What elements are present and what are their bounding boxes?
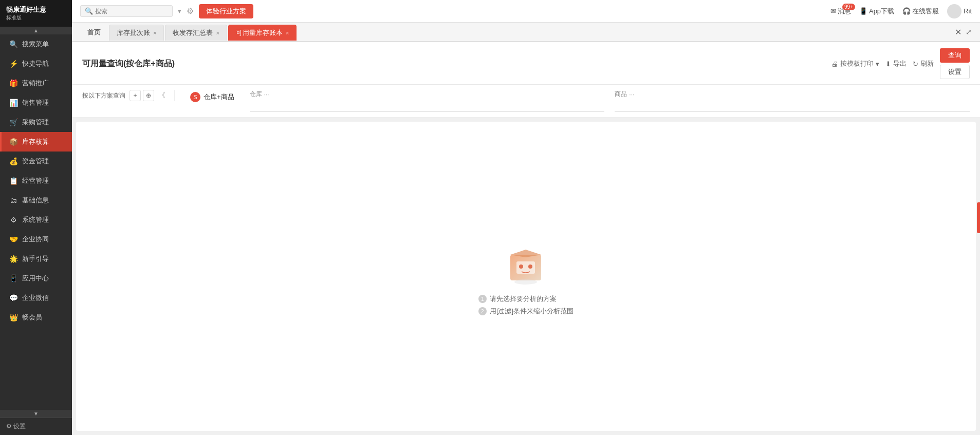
tip-num-1: 1 xyxy=(478,295,487,303)
warehouse-input[interactable] xyxy=(250,100,605,112)
sidebar-label-operations: 经营管理 xyxy=(22,176,49,185)
brand-version: 标准版 xyxy=(6,14,66,22)
tab-available-ledger[interactable]: 可用量库存账本× xyxy=(228,25,297,41)
sidebar-label-member: 畅会员 xyxy=(22,313,42,322)
main-content: 🔍 ▾ ⚙ 体验行业方案 ✉ 消息 99+ 📱 App下载 🎧 在线客服 Rit xyxy=(72,0,980,435)
sidebar-item-inventory[interactable]: 📦 库存核算 xyxy=(0,132,72,152)
svg-rect-2 xyxy=(516,261,535,274)
export-icon: ⬇ xyxy=(885,60,891,68)
search-icon: 🔍 xyxy=(85,7,93,15)
quick-nav-icon: ⚡ xyxy=(9,59,18,68)
sidebar-label-marketing: 营销推广 xyxy=(22,79,49,88)
filter-scheme-label: 按以下方案查询 xyxy=(82,91,125,100)
sidebar-item-basic[interactable]: 🗂 基础信息 xyxy=(0,191,72,210)
sidebar-scroll-up[interactable]: ▲ xyxy=(0,27,72,34)
tabbar-actions: ✕ ⤢ xyxy=(955,27,972,37)
export-button[interactable]: ⬇ 导出 xyxy=(885,59,907,68)
app-download-button[interactable]: 📱 App下载 xyxy=(859,7,894,16)
message-icon: ✉ xyxy=(830,7,836,15)
customer-service-button[interactable]: 🎧 在线客服 xyxy=(902,7,939,16)
scheme-label: 仓库+商品 xyxy=(204,92,234,102)
empty-illustration xyxy=(500,237,551,288)
content-area: 1 请先选择要分析的方案 2 用[过滤]条件来缩小分析范围 xyxy=(76,122,976,431)
sidebar-scroll-down[interactable]: ▼ xyxy=(0,410,72,418)
query-button[interactable]: 查询 xyxy=(940,48,970,63)
tab-close-available-ledger[interactable]: × xyxy=(286,30,289,36)
notification-button[interactable]: ✉ 消息 99+ xyxy=(830,7,851,16)
search-input[interactable] xyxy=(95,8,162,15)
operations-icon: 📋 xyxy=(9,176,18,185)
sidebar: 畅康通好生意 标准版 ▲ 🔍 搜索菜单 ⚡ 快捷导航 🎁 营销推广 📊 销售管理… xyxy=(0,0,72,435)
page-header: 可用量查询(按仓库+商品) 🖨 按模板打印 ▾ ⬇ 导出 ↻ 刷新 查询 设置 xyxy=(72,42,980,85)
tab-home[interactable]: 首页 xyxy=(80,25,108,40)
sidebar-item-appstore[interactable]: 📱 应用中心 xyxy=(0,269,72,288)
topbar: 🔍 ▾ ⚙ 体验行业方案 ✉ 消息 99+ 📱 App下载 🎧 在线客服 Rit xyxy=(72,0,980,23)
tip-text-1: 请先选择要分析的方案 xyxy=(490,294,557,304)
manage-scheme-button[interactable]: ⊕ xyxy=(143,90,154,101)
sidebar-item-finance[interactable]: 💰 资金管理 xyxy=(0,152,72,171)
close-tab-button[interactable]: ✕ xyxy=(955,27,961,37)
refresh-label: 刷新 xyxy=(920,59,934,68)
tip-num-2: 2 xyxy=(478,307,487,315)
sidebar-item-purchase[interactable]: 🛒 采购管理 xyxy=(0,112,72,132)
print-chevron-icon: ▾ xyxy=(876,60,879,68)
product-input[interactable] xyxy=(615,100,970,112)
app-download-label: App下载 xyxy=(869,7,894,16)
sidebar-item-operations[interactable]: 📋 经营管理 xyxy=(0,171,72,191)
sidebar-item-enterprise[interactable]: 🤝 企业协同 xyxy=(0,230,72,249)
sidebar-footer[interactable]: ⚙ 设置 xyxy=(0,418,72,435)
sidebar-item-newbie[interactable]: 🌟 新手引导 xyxy=(0,249,72,269)
user-avatar-area[interactable]: Rit xyxy=(947,4,972,18)
sidebar-label-wechat: 企业微信 xyxy=(22,293,49,302)
sidebar-item-search[interactable]: 🔍 搜索菜单 xyxy=(0,34,72,54)
sidebar-label-purchase: 采购管理 xyxy=(22,118,49,127)
print-button[interactable]: 🖨 按模板打印 ▾ xyxy=(831,59,879,68)
refresh-icon: ↻ xyxy=(913,60,918,68)
purchase-icon: 🛒 xyxy=(9,118,18,127)
svg-point-5 xyxy=(514,279,537,285)
tab-label-collect-summary: 收发存汇总表 xyxy=(173,28,213,37)
page-title: 可用量查询(按仓库+商品) xyxy=(82,59,175,69)
sidebar-item-marketing[interactable]: 🎁 营销推广 xyxy=(0,73,72,93)
system-icon: ⚙ xyxy=(9,215,18,224)
tabbar: 首页库存批次账×收发存汇总表×可用量库存账本× ✕ ⤢ xyxy=(72,23,980,42)
product-more-btn[interactable]: ··· xyxy=(629,91,634,98)
add-scheme-button[interactable]: + xyxy=(130,90,141,101)
sidebar-item-sales[interactable]: 📊 销售管理 xyxy=(0,93,72,112)
sidebar-label-finance: 资金管理 xyxy=(22,157,49,166)
enterprise-icon: 🤝 xyxy=(9,235,18,244)
brand-name: 畅康通好生意 xyxy=(6,5,66,14)
scroll-indicator[interactable] xyxy=(977,202,980,233)
filter-scheme-item[interactable]: S 仓库+商品 xyxy=(185,90,239,104)
warehouse-more-btn[interactable]: ··· xyxy=(264,91,269,98)
sidebar-item-quick-nav[interactable]: ⚡ 快捷导航 xyxy=(0,54,72,73)
tab-close-collect-summary[interactable]: × xyxy=(216,30,219,36)
refresh-button[interactable]: ↻ 刷新 xyxy=(913,59,934,68)
sidebar-header: 畅康通好生意 标准版 xyxy=(0,0,72,27)
sales-icon: 📊 xyxy=(9,98,18,107)
svg-point-4 xyxy=(528,264,532,269)
print-label: 按模板打印 xyxy=(840,59,874,68)
sidebar-item-wechat[interactable]: 💬 企业微信 xyxy=(0,288,72,308)
sidebar-item-member[interactable]: 👑 畅会员 xyxy=(0,308,72,327)
sidebar-item-system[interactable]: ⚙ 系统管理 xyxy=(0,210,72,230)
collapse-filter-icon[interactable]: 《 xyxy=(158,91,165,100)
filter-area: 按以下方案查询 + ⊕ 《 S 仓库+商品 仓库 ··· xyxy=(72,85,980,118)
tab-close-batch-account[interactable]: × xyxy=(153,30,156,36)
filter-left: 按以下方案查询 + ⊕ 《 xyxy=(82,90,175,101)
settings-button[interactable]: 设置 xyxy=(940,65,970,79)
expand-button[interactable]: ⤢ xyxy=(966,28,972,36)
sidebar-label-newbie: 新手引导 xyxy=(22,254,49,263)
trial-button[interactable]: 体验行业方案 xyxy=(199,4,253,18)
topbar-chevron-icon[interactable]: ▾ xyxy=(178,7,181,15)
tab-batch-account[interactable]: 库存批次账× xyxy=(109,25,164,41)
empty-tips: 1 请先选择要分析的方案 2 用[过滤]条件来缩小分析范围 xyxy=(478,294,574,316)
sidebar-label-quick-nav: 快捷导航 xyxy=(22,59,49,68)
product-field: 商品 ··· xyxy=(615,90,970,112)
gear-icon[interactable]: ⚙ xyxy=(187,6,194,16)
page-title-row: 可用量查询(按仓库+商品) 🖨 按模板打印 ▾ ⬇ 导出 ↻ 刷新 查询 设置 xyxy=(82,48,970,84)
tab-collect-summary[interactable]: 收发存汇总表× xyxy=(165,25,227,41)
basic-icon: 🗂 xyxy=(9,196,18,205)
scheme-icon-text: S xyxy=(193,94,197,100)
headset-icon: 🎧 xyxy=(902,7,911,15)
